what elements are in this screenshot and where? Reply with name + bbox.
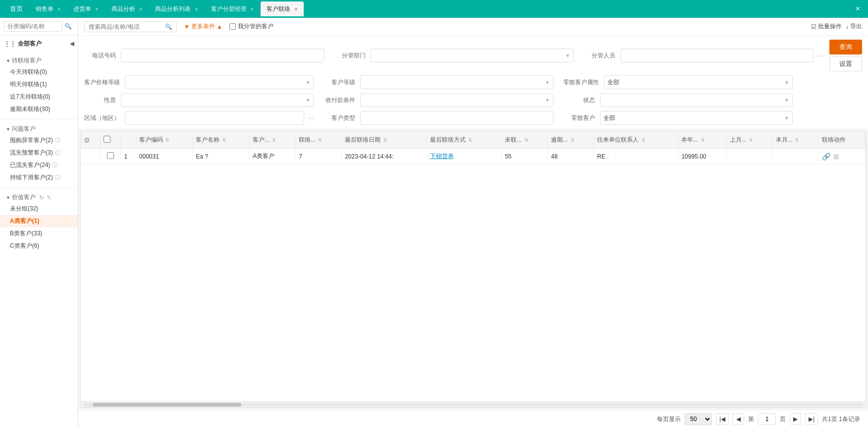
table-header-row: ⚙ 客户编码 ⇅ 客户名称	[81, 132, 866, 149]
last-method-link[interactable]: 下销货单	[430, 153, 454, 160]
col-name[interactable]: 客户名称 ⇅	[193, 132, 250, 149]
first-page-button[interactable]: |◀	[716, 413, 729, 425]
prev-page-button[interactable]: ◀	[733, 413, 744, 425]
col-last-contact-date[interactable]: 最后联络日期 ⇅	[342, 132, 427, 149]
sidebar-item-hoarding[interactable]: 囤购异常客户(2) ⓘ	[0, 134, 78, 147]
sidebar-search-input[interactable]	[4, 21, 62, 32]
area-dots[interactable]: ···	[308, 114, 314, 122]
sort-icon-company[interactable]: ⇅	[642, 138, 646, 143]
more-filter-button[interactable]: ▼ 更多条件 ▲	[181, 21, 225, 32]
sidebar-item-7days[interactable]: 近7天待联络(0)	[0, 91, 78, 103]
col-company-contact[interactable]: 往来单位联系人 ⇅	[594, 132, 678, 149]
close-tab-analysis-list[interactable]: ×	[195, 6, 198, 12]
sidebar-item-today[interactable]: 今天待联络(0)	[0, 66, 78, 78]
person-dots[interactable]: ···	[817, 52, 823, 59]
action-icon-1[interactable]: 🔗	[822, 153, 830, 160]
nav-home[interactable]: 首页	[4, 2, 29, 15]
col-gear[interactable]: ⚙	[81, 132, 100, 149]
col-contact[interactable]: 联络... ⇅	[296, 132, 342, 149]
my-customer-checkbox[interactable]	[229, 23, 236, 30]
nature-select[interactable]: ▼	[121, 93, 314, 107]
sort-icon-method[interactable]: ⇅	[468, 138, 472, 143]
sidebar-group-value-label[interactable]: ▼ 价值客户 ↻ ✎	[0, 191, 78, 203]
col-this-month[interactable]: 本月... ⇅	[772, 132, 818, 149]
sidebar-group-pending-label[interactable]: ▼ 待联络客户	[0, 54, 78, 66]
sort-icon-date[interactable]: ⇅	[383, 138, 387, 143]
status-select[interactable]: ▼	[600, 93, 793, 107]
sidebar-item-overdue[interactable]: 逾期未联络(30)	[0, 103, 78, 115]
row-checkbox-1[interactable]	[107, 152, 114, 159]
price-level-select[interactable]: ▼	[125, 75, 314, 89]
sidebar-search-button[interactable]: 🔍	[62, 22, 74, 31]
sidebar-item-ungroup[interactable]: 未分组(32)	[0, 203, 78, 215]
sidebar-all-customers-header[interactable]: ⋮⋮ 全部客户 ◀	[0, 37, 78, 51]
person-input[interactable]	[620, 49, 814, 62]
collapse-icon[interactable]: ◀	[70, 41, 74, 47]
tri-icon-2: ▼	[6, 127, 10, 132]
close-tab-salesorder[interactable]: ×	[57, 6, 60, 12]
col-code[interactable]: 客户编码 ⇅	[136, 132, 193, 149]
col-last-month[interactable]: 上月... ⇅	[726, 132, 772, 149]
sort-icon-name[interactable]: ⇅	[222, 138, 226, 143]
close-tab-customer-seg[interactable]: ×	[251, 6, 254, 12]
customer-level-select[interactable]: ▼	[360, 75, 553, 89]
dept-label: 分管部门	[334, 52, 369, 60]
next-page-button[interactable]: ▶	[790, 413, 801, 425]
phone-input[interactable]	[121, 49, 324, 62]
sort-icon-no-contact[interactable]: ⇅	[525, 138, 529, 143]
customer-type-input[interactable]	[360, 111, 553, 125]
sort-icon-last-month[interactable]: ⇅	[749, 138, 753, 143]
nav-tab-purchase[interactable]: 进货单 ×	[67, 1, 104, 16]
horizontal-scrollbar[interactable]	[81, 401, 866, 407]
sidebar-item-declining[interactable]: 持续下滑客户(2) ⓘ	[0, 171, 78, 184]
last-page-button[interactable]: ▶|	[805, 413, 818, 425]
sort-icon-overdue[interactable]: ⇅	[571, 138, 575, 143]
nav-tab-salesorder[interactable]: 销售单 ×	[30, 1, 66, 16]
scrollbar-thumb[interactable]	[93, 403, 241, 407]
sidebar-item-b-class[interactable]: B类客户(33)	[0, 227, 78, 240]
main-search-icon[interactable]: 🔍	[165, 23, 172, 30]
sidebar-item-churn-warning[interactable]: 流失预警客户(3) ⓘ	[0, 147, 78, 159]
nav-tab-customer-contact[interactable]: 客户联络 ×	[261, 1, 303, 16]
close-tab-purchase[interactable]: ×	[95, 6, 98, 12]
nav-tab-customer-seg[interactable]: 客户分层经营 ×	[205, 1, 260, 16]
close-all-tabs[interactable]: ×	[852, 2, 864, 15]
filter-row-3: 性质 ▼ 收付款条件 ▼ 状态	[84, 93, 862, 107]
sidebar-item-churned[interactable]: 已流失客户(24) ⓘ	[0, 159, 78, 171]
nav-tab-analysis[interactable]: 商品分析 ×	[106, 1, 148, 16]
col-this-year[interactable]: 本年... ⇅	[678, 132, 726, 149]
sort-icon-this-month[interactable]: ⇅	[795, 138, 799, 143]
sidebar-group-problem-label[interactable]: ▼ 问题客户	[0, 123, 78, 134]
sidebar-item-tomorrow[interactable]: 明天待联络(1)	[0, 78, 78, 91]
main-search-input[interactable]	[89, 23, 163, 30]
refresh-icon[interactable]: ↻	[39, 194, 44, 201]
retail-attr-select[interactable]: 全部 ▼	[604, 75, 793, 89]
close-tab-customer-contact[interactable]: ×	[294, 6, 297, 12]
retail-customer-select[interactable]: 全部 ▼	[600, 111, 793, 125]
col-type[interactable]: 客户... ⇅	[250, 132, 296, 149]
page-input[interactable]	[758, 413, 776, 425]
query-button[interactable]: 查询	[829, 40, 862, 54]
dept-select[interactable]: ▼	[371, 49, 574, 62]
export-button[interactable]: ↓ 导出	[846, 22, 862, 31]
area-input[interactable]	[125, 111, 304, 125]
col-no-contact[interactable]: 未联... ⇅	[502, 132, 548, 149]
sort-icon-code[interactable]: ⇅	[165, 138, 169, 143]
setting-button[interactable]: 设置	[829, 56, 862, 71]
sidebar-item-a-class[interactable]: A类客户(1)	[0, 215, 78, 227]
edit-icon[interactable]: ✎	[47, 194, 52, 201]
payment-select[interactable]: ▼	[360, 93, 553, 107]
close-tab-analysis[interactable]: ×	[139, 6, 142, 12]
batch-op-button[interactable]: ☑ 批量操作	[811, 22, 842, 31]
action-icon-2[interactable]: ⊞	[833, 153, 839, 160]
gear-icon[interactable]: ⚙	[84, 136, 90, 144]
sort-icon-type[interactable]: ⇅	[272, 138, 276, 143]
sort-icon-contact[interactable]: ⇅	[318, 138, 322, 143]
col-last-contact-method[interactable]: 最后联络方式 ⇅	[427, 132, 502, 149]
nav-tab-analysis-list[interactable]: 商品分析列表 ×	[149, 1, 204, 16]
select-all-checkbox[interactable]	[104, 136, 110, 143]
col-overdue[interactable]: 逾期... ⇅	[548, 132, 594, 149]
per-page-select[interactable]: 50 100 200	[685, 413, 712, 425]
sidebar-item-c-class[interactable]: C类客户(6)	[0, 240, 78, 252]
sort-icon-year[interactable]: ⇅	[701, 138, 705, 143]
